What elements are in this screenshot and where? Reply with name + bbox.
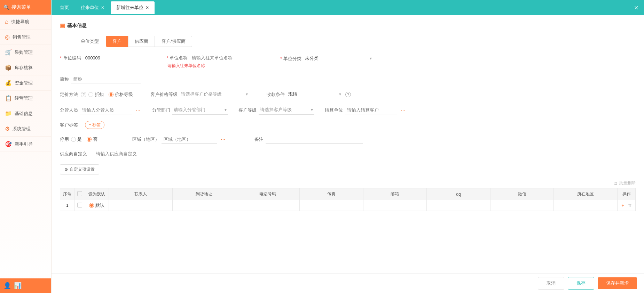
tab-unit-list-close[interactable]: ✕ xyxy=(101,6,104,10)
pricing-discount-option[interactable]: 折扣 xyxy=(88,91,104,98)
short-name-row: 简称 xyxy=(60,75,636,83)
guide-icon: 🎯 xyxy=(5,141,12,147)
sidebar-item-quick-nav[interactable]: ⌂ 快捷导航 xyxy=(0,15,51,30)
row-checkbox[interactable] xyxy=(77,203,82,207)
pricing-method-field: 定价方法 ? 折扣 价格等级 xyxy=(60,91,133,98)
close-all-tabs-button[interactable]: ✕ xyxy=(631,3,641,13)
search-menu-button[interactable]: 🔍 搜索菜单 xyxy=(0,0,51,15)
unit-category-field: 单位分类 未分类 ▾ xyxy=(280,54,373,63)
cell-region[interactable] xyxy=(554,200,618,211)
save-and-new-button[interactable]: 保存并新增 xyxy=(598,277,637,289)
pricing-discount-label: 折扣 xyxy=(95,91,104,98)
save-button[interactable]: 保存 xyxy=(568,277,594,290)
unit-code-input[interactable] xyxy=(83,54,153,62)
cancel-button[interactable]: 取消 xyxy=(538,277,564,290)
settlement-unit-field: 结算单位 ··· xyxy=(325,106,407,114)
cell-fax[interactable] xyxy=(299,200,363,211)
tab-home[interactable]: 首页 xyxy=(54,1,74,14)
custom-settings-row: ⚙ 自定义项设置 xyxy=(60,164,636,174)
type-btn-customer[interactable]: 客户 xyxy=(106,36,128,47)
cell-phone[interactable] xyxy=(236,200,300,211)
short-name-input[interactable] xyxy=(71,75,141,83)
cell-address[interactable] xyxy=(172,200,236,211)
settlement-unit-dots-button[interactable]: ··· xyxy=(399,107,407,113)
type-btn-both[interactable]: 客户/供应商 xyxy=(155,36,192,47)
department-select[interactable]: 请输入分管部门 ▾ xyxy=(172,105,228,115)
unit-name-error: 请输入往来单位名称 xyxy=(167,63,267,69)
tab-home-label: 首页 xyxy=(60,5,69,11)
sales-icon: ◎ xyxy=(5,34,10,40)
default-radio-item[interactable]: 默认 xyxy=(87,202,107,209)
sidebar-item-system[interactable]: ⚙ 系统管理 xyxy=(0,121,51,137)
default-radio[interactable] xyxy=(89,203,94,208)
section-title-label: 基本信息 xyxy=(67,23,87,29)
manager-input[interactable] xyxy=(80,106,132,114)
sidebar-item-purchase[interactable]: 🛒 采购管理 xyxy=(0,45,51,60)
region-input[interactable] xyxy=(162,135,217,144)
remark-input[interactable] xyxy=(266,135,363,144)
unit-type-buttons: 客户 供应商 客户/供应商 xyxy=(106,36,192,47)
remark-field: 备注 xyxy=(254,135,363,144)
type-btn-supplier[interactable]: 供应商 xyxy=(128,36,155,47)
disabled-row: 停用 是 否 区域（地区） ··· 备注 xyxy=(60,135,636,144)
cell-contact[interactable] xyxy=(109,200,173,211)
disabled-no-option[interactable]: 否 xyxy=(87,136,97,143)
remark-label: 备注 xyxy=(254,136,264,143)
pricing-help-icon[interactable]: ? xyxy=(81,92,86,97)
disabled-yes-radio[interactable] xyxy=(71,137,76,142)
pricing-level-option[interactable]: 价格等级 xyxy=(109,91,133,98)
payment-help-icon[interactable]: ? xyxy=(345,92,351,97)
unit-name-input[interactable] xyxy=(190,54,266,62)
customer-level-select[interactable]: 请选择客户等级 ▾ xyxy=(259,105,314,115)
unit-category-select[interactable]: 未分类 ▾ xyxy=(304,54,373,63)
system-icon: ⚙ xyxy=(5,125,10,132)
main-panel: 首页 往来单位 ✕ 新增往来单位 ✕ ✕ ▣ 基本信息 单位类型 客户 供应商 … xyxy=(52,0,644,293)
contact-table-section: 🗂 批量删除 序号 设为默认 联系人 到货地址 电话号码 传真 邮箱 qq xyxy=(60,180,636,211)
supplier-custom-row: 供应商自定义 xyxy=(60,150,636,158)
sidebar-item-inventory[interactable]: 📦 库存核算 xyxy=(0,60,51,75)
pricing-discount-radio[interactable] xyxy=(88,92,93,97)
cell-qq[interactable] xyxy=(427,200,490,211)
sidebar-item-guide[interactable]: 🎯 新手引导 xyxy=(0,137,51,152)
tab-unit-list[interactable]: 往来单位 ✕ xyxy=(75,1,110,14)
tab-bar: 首页 往来单位 ✕ 新增往来单位 ✕ ✕ xyxy=(52,0,644,15)
customer-price-level-select[interactable]: 请选择客户价格等级 ▾ xyxy=(180,90,249,99)
tab-add-unit[interactable]: 新增往来单位 ✕ xyxy=(111,1,155,14)
sidebar-item-finance[interactable]: 💰 资金管理 xyxy=(0,75,51,91)
purchase-icon: 🛒 xyxy=(5,49,12,56)
payment-terms-label: 收款条件 xyxy=(267,91,285,98)
sidebar-item-label: 销售管理 xyxy=(13,34,31,40)
disabled-no-radio[interactable] xyxy=(87,137,92,142)
region-dots-button[interactable]: ··· xyxy=(219,136,227,143)
chevron-down-icon4: ▾ xyxy=(225,107,227,112)
settlement-unit-input[interactable] xyxy=(345,106,397,114)
disabled-yes-option[interactable]: 是 xyxy=(71,136,82,143)
cell-wechat[interactable] xyxy=(490,200,554,211)
col-email: 邮箱 xyxy=(363,188,427,200)
sidebar-item-basic-info[interactable]: 📁 基础信息 xyxy=(0,106,51,121)
disabled-yes-label: 是 xyxy=(77,136,82,143)
cell-email[interactable] xyxy=(363,200,427,211)
tags-row: 客户标签 + 标签 xyxy=(60,121,636,129)
sidebar-item-label: 采购管理 xyxy=(15,49,33,56)
add-row-icon[interactable]: ＋ xyxy=(621,203,625,208)
batch-delete-label[interactable]: 批量删除 xyxy=(619,180,636,186)
supplier-custom-input[interactable] xyxy=(94,150,171,158)
user-avatar: 👤 xyxy=(3,282,11,290)
chevron-down-icon: ▾ xyxy=(370,56,372,61)
sidebar-item-sales[interactable]: ◎ 销售管理 xyxy=(0,30,51,45)
sidebar-item-operations[interactable]: 📋 经营管理 xyxy=(0,91,51,106)
col-fax: 传真 xyxy=(299,188,363,200)
delete-row-icon[interactable]: 🗑 xyxy=(628,203,632,208)
pricing-level-radio[interactable] xyxy=(109,92,113,97)
select-all-checkbox[interactable] xyxy=(77,191,82,196)
unit-name-field-group: 单位名称 请输入往来单位名称 xyxy=(167,54,267,69)
disabled-radio-group: 是 否 xyxy=(71,136,97,143)
payment-terms-select[interactable]: 现结 ▾ xyxy=(287,90,343,99)
short-name-label: 简称 xyxy=(60,76,69,82)
manager-dots-button[interactable]: ··· xyxy=(134,107,142,113)
add-tag-button[interactable]: + 标签 xyxy=(85,121,104,129)
custom-settings-button[interactable]: ⚙ 自定义项设置 xyxy=(60,164,99,174)
tab-add-unit-close[interactable]: ✕ xyxy=(146,6,149,10)
operations-icon: 📋 xyxy=(5,95,12,101)
